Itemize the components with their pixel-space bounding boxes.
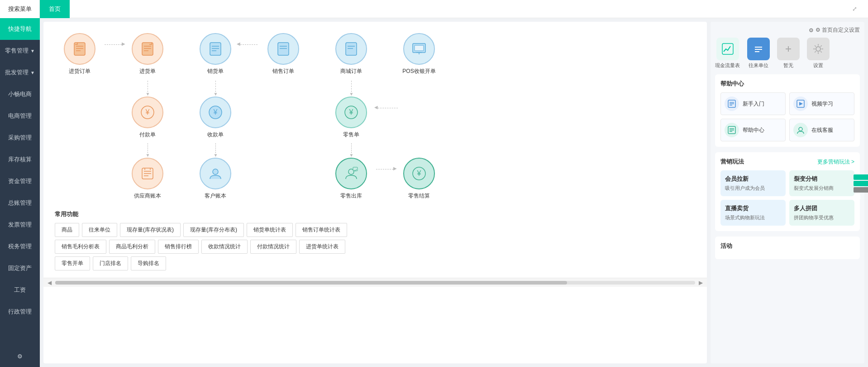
func-buttons-row2: 销售毛利分析表 商品毛利分析 销售排行榜 收款情况统计 付款情况统计 进货单统计…	[55, 240, 696, 254]
mall-order-icon[interactable]	[335, 33, 367, 65]
right-panel: ⚙ ⚙ 首页自定义设置 现金流量表 往来单位	[711, 22, 864, 363]
svg-rect-12	[278, 43, 289, 55]
retail-out-icon[interactable]	[335, 158, 367, 189]
func-buttons-row1: 商品 往来单位 现存量(库存状况表) 现存量(库存分布表) 销货单统计表 销售订…	[55, 223, 696, 237]
float-buttons: 客服热线 服务社区 桌面快捷	[854, 174, 868, 193]
func-btn-contacts[interactable]: 往来单位	[82, 223, 117, 237]
sales-bill-icon[interactable]	[200, 33, 231, 65]
marketing-item-group[interactable]: 多人拼团 拼团购物享受优惠	[789, 200, 854, 226]
sidebar-item-retail[interactable]: 零售管理 ▼	[0, 40, 40, 62]
func-btn-receipt-stat[interactable]: 收款情况统计	[201, 240, 248, 254]
common-func-section: 常用功能 商品 往来单位 现存量(库存状况表) 现存量(库存分布表) 销货单统计…	[43, 206, 707, 278]
retail-out-label: 零售出库	[340, 192, 362, 200]
help-item-video[interactable]: 视频学习	[789, 92, 854, 115]
sidebar-item-tax[interactable]: 税务管理	[0, 236, 40, 257]
sidebar-item-quick-nav[interactable]: 快捷导航	[0, 18, 40, 40]
quick-icon-settings[interactable]: 设置	[807, 38, 830, 69]
sidebar-item-salary[interactable]: 工资	[0, 279, 40, 301]
sales-order-icon[interactable]	[267, 33, 299, 65]
func-btn-purchase-stat[interactable]: 进货单统计表	[299, 240, 345, 254]
receipt-icon[interactable]: ¥	[200, 97, 231, 128]
main-panel: 进货订单 ▶ 进货单	[43, 22, 707, 363]
marketing-title: 营销玩法	[720, 158, 744, 166]
customize-settings-button[interactable]: ⚙ ⚙ 首页自定义设置	[715, 26, 860, 34]
marketing-item-live[interactable]: 直播卖货 场景式购物新玩法	[720, 200, 786, 226]
quick-icon-none[interactable]: 暂无	[777, 38, 800, 69]
sidebar-bottom: ⚙	[0, 345, 40, 367]
purchase-order-label: 进货订单	[69, 68, 91, 75]
func-btn-guide-rank[interactable]: 导购排名	[131, 256, 166, 270]
group-desc: 拼团购物享受优惠	[794, 214, 850, 221]
svg-point-34	[213, 169, 218, 174]
marketing-item-member[interactable]: 会员拉新 吸引用户成为会员	[720, 170, 786, 196]
scroll-left-arrow[interactable]: ◀	[46, 280, 53, 286]
scroll-thumb[interactable]	[55, 281, 567, 285]
sidebar-item-finance[interactable]: 资金管理	[0, 170, 40, 192]
func-btn-payment-stat[interactable]: 付款情况统计	[250, 240, 296, 254]
func-btn-stock2[interactable]: 现存量(库存分布表)	[183, 223, 244, 237]
retail-label: 零售单	[343, 131, 359, 139]
purchase-bill-icon[interactable]	[132, 33, 163, 65]
svg-point-47	[816, 47, 820, 51]
home-tab[interactable]: 首页	[40, 0, 70, 18]
sidebar-item-ecommerce-small[interactable]: 小畅电商	[0, 83, 40, 105]
sidebar-item-inventory[interactable]: 库存核算	[0, 149, 40, 170]
help-title: 帮助中心	[720, 80, 854, 88]
gear-icon[interactable]: ⚙	[0, 345, 40, 367]
func-btn-retail-order[interactable]: 零售开单	[55, 256, 90, 270]
marketing-item-fission[interactable]: 裂变分销 裂变式发展分销商	[789, 170, 854, 196]
supplier-icon[interactable]	[132, 158, 163, 189]
retail-settle-label: 零售结算	[408, 192, 430, 200]
top-bar-right: ⤢	[850, 5, 868, 14]
func-btn-sales-stat[interactable]: 销货单统计表	[247, 223, 293, 237]
sidebar-item-ecommerce[interactable]: 电商管理	[0, 105, 40, 127]
retail-icon[interactable]: ¥	[335, 97, 367, 128]
help-item-beginner[interactable]: 新手入门	[720, 92, 786, 115]
payment-icon[interactable]: ¥	[132, 97, 163, 128]
func-btn-goods[interactable]: 商品	[55, 223, 79, 237]
float-btn-community[interactable]: 服务社区	[854, 181, 868, 186]
search-menu-button[interactable]: 搜索菜单	[0, 0, 40, 18]
sidebar-item-admin[interactable]: 行政管理	[0, 301, 40, 323]
func-btn-gross-profit[interactable]: 销售毛利分析表	[55, 240, 106, 254]
float-btn-service[interactable]: 客服热线	[854, 174, 868, 180]
sidebar-item-ledger[interactable]: 总账管理	[0, 192, 40, 214]
sidebar: 快捷导航 零售管理 ▼ 批发管理 ▼ 小畅电商 电商管理 采购管理 库存核算 资…	[0, 18, 40, 367]
sidebar-item-fixed-assets[interactable]: 固定资产	[0, 257, 40, 279]
activity-title: 活动	[720, 242, 854, 250]
func-btn-goods-profit[interactable]: 商品毛利分析	[109, 240, 155, 254]
func-btn-sales-order-stat[interactable]: 销售订单统计表	[296, 223, 347, 237]
svg-text:¥: ¥	[349, 108, 353, 116]
retail-settle-icon[interactable]: ¥	[403, 158, 435, 189]
fission-title: 裂变分销	[794, 175, 850, 183]
sidebar-item-invoice[interactable]: 发票管理	[0, 214, 40, 236]
sidebar-item-purchase[interactable]: 采购管理	[0, 127, 40, 149]
content-area: 进货订单 ▶ 进货单	[40, 18, 868, 367]
quick-icon-cashflow[interactable]: 现金流量表	[715, 38, 740, 69]
help-item-helpcenter[interactable]: 帮助中心	[720, 119, 786, 141]
func-btn-stock1[interactable]: 现存量(库存状况表)	[120, 223, 181, 237]
chevron-down-icon: ▼	[30, 70, 35, 75]
sidebar-item-wholesale[interactable]: 批发管理 ▼	[0, 62, 40, 83]
customer-icon[interactable]	[200, 158, 231, 189]
float-btn-desktop[interactable]: 桌面快捷	[854, 187, 868, 193]
purchase-order-icon[interactable]	[64, 33, 95, 65]
expand-icon[interactable]: ⤢	[850, 5, 859, 14]
contacts-label: 往来单位	[749, 62, 768, 69]
marketing-header: 营销玩法 更多营销玩法 >	[720, 158, 854, 166]
scroll-track[interactable]	[55, 281, 695, 285]
quick-icon-contacts[interactable]: 往来单位	[747, 38, 770, 69]
func-btn-store-rank[interactable]: 门店排名	[93, 256, 128, 270]
pos-label: POS收银开单	[402, 68, 435, 75]
marketing-more-button[interactable]: 更多营销玩法 >	[817, 158, 854, 166]
svg-rect-8	[210, 43, 221, 55]
main-layout: 快捷导航 零售管理 ▼ 批发管理 ▼ 小畅电商 电商管理 采购管理 库存核算 资…	[0, 18, 868, 367]
payment-label: 付款单	[139, 131, 156, 139]
func-btn-sales-rank[interactable]: 销售排行榜	[158, 240, 199, 254]
help-item-online-service[interactable]: 在线客服	[789, 119, 854, 141]
online-service-icon	[793, 123, 808, 137]
scroll-bar: ◀ ▶	[43, 278, 707, 287]
marketing-grid: 会员拉新 吸引用户成为会员 裂变分销 裂变式发展分销商 直播卖货 场景式购物新玩…	[720, 170, 854, 226]
pos-icon[interactable]	[403, 33, 435, 65]
scroll-right-arrow[interactable]: ▶	[697, 280, 705, 286]
